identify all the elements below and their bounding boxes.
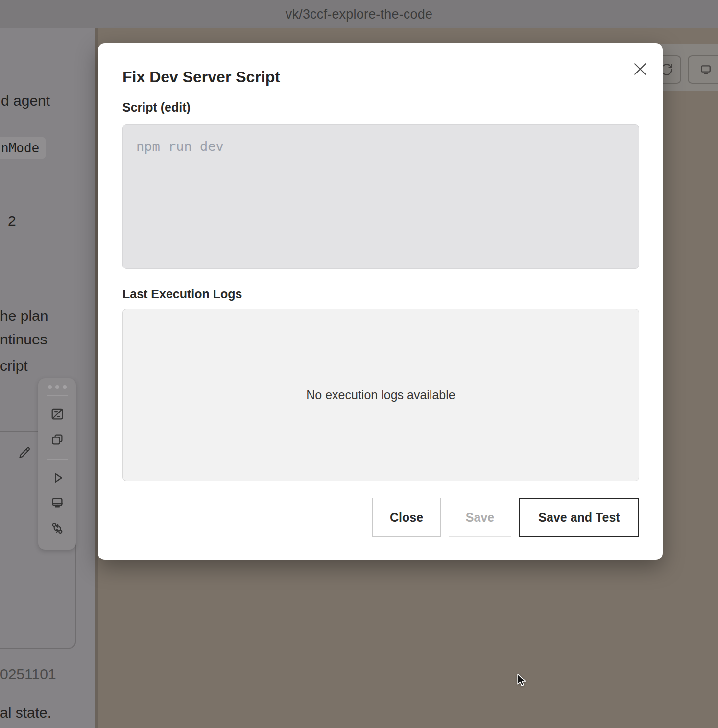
toolbar-divider [47, 395, 68, 396]
chat-text-fragment: cript [0, 358, 28, 374]
slash-square-icon[interactable] [49, 406, 66, 422]
copy-icon[interactable] [49, 431, 66, 448]
monitor-icon[interactable] [49, 494, 66, 511]
chat-text-fragment: ntinues [0, 331, 48, 348]
save-and-test-button[interactable]: Save and Test [519, 498, 639, 537]
monitor-icon [699, 63, 713, 76]
chat-text-fragment: 2 [8, 213, 16, 229]
git-compare-icon[interactable] [49, 520, 66, 536]
panel-seam [95, 28, 98, 728]
pencil-icon[interactable] [18, 446, 31, 460]
save-button[interactable]: Save [449, 498, 511, 537]
dialog-title: Fix Dev Server Script [122, 68, 280, 86]
close-button[interactable]: Close [372, 498, 441, 537]
chat-timestamp-fragment: 0251101 [0, 666, 56, 682]
script-textarea[interactable] [122, 124, 639, 269]
fix-dev-server-script-dialog: Fix Dev Server Script Script (edit) Last… [98, 43, 663, 560]
floating-toolbar [38, 378, 76, 550]
arrow-cursor [517, 673, 527, 687]
chat-text-fragment: al state. [0, 704, 51, 721]
script-field-label: Script (edit) [122, 100, 191, 115]
chat-sidebar: d agent nMode 2 he plan ntinues cript [0, 28, 95, 728]
dialog-close-button[interactable] [632, 61, 648, 77]
play-icon[interactable] [49, 469, 66, 485]
logs-section-label: Last Execution Logs [122, 287, 242, 301]
chat-text-fragment: he plan [0, 308, 48, 324]
monitor-toggle-button[interactable] [688, 55, 718, 84]
logs-empty-message: No execution logs available [306, 388, 455, 402]
window-title-bar: vk/3ccf-explore-the-code [0, 0, 718, 28]
drag-handle-dots-icon[interactable] [48, 385, 67, 389]
mode-badge: nMode [0, 137, 46, 159]
chat-text-fragment: d agent [1, 93, 50, 109]
toolbar-divider [47, 459, 68, 460]
x-icon [634, 63, 646, 75]
dialog-button-row: Close Save Save and Test [372, 498, 639, 537]
window-title: vk/3ccf-explore-the-code [286, 7, 432, 22]
execution-logs-box: No execution logs available [122, 309, 639, 481]
